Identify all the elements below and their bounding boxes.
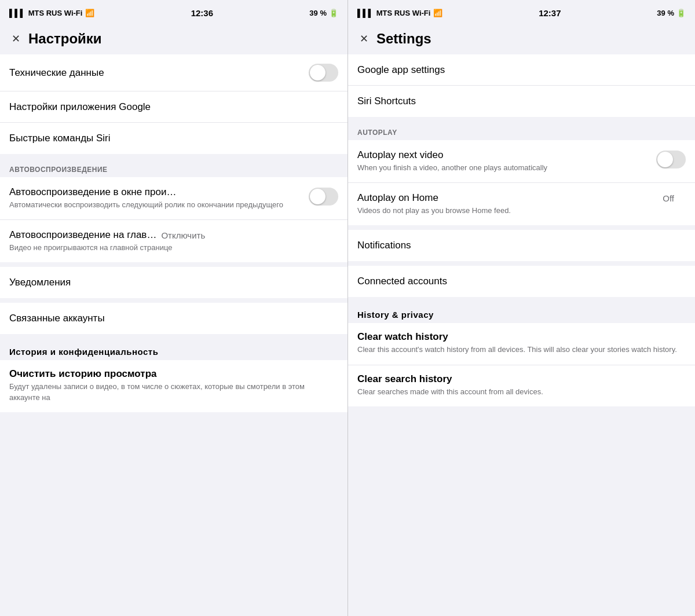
left-time: 12:36 [191, 8, 213, 18]
left-autoplay-window-item[interactable]: Автовоспроизведение в окне прои… Автомат… [0, 177, 348, 220]
left-autoplay-home-sublabel: Видео не проигрываются на главной страни… [9, 243, 331, 253]
left-connected-label: Связанные аккаунты [9, 313, 331, 324]
right-notifications-section: Notifications [348, 230, 695, 261]
left-status-right: 39 % 🔋 [309, 9, 338, 17]
right-siri-item[interactable]: Siri Shortcuts [348, 86, 695, 117]
left-tech-data-toggle[interactable] [309, 64, 338, 82]
left-clear-watch-item[interactable]: Очистить историю просмотра Будут удалены… [0, 360, 348, 412]
right-siri-label: Siri Shortcuts [357, 96, 679, 107]
left-tech-data-label: Технические данные [9, 67, 302, 79]
right-title: Settings [376, 31, 431, 47]
right-scroll-area[interactable]: Google app settings Siri Shortcuts AUTOP… [348, 54, 695, 616]
left-scroll-area[interactable]: Технические данные Настройки приложения … [0, 54, 348, 616]
left-siri-item[interactable]: Быстрые команды Siri [0, 123, 348, 154]
right-battery-text: 39 % [657, 9, 674, 17]
left-autoplay-home-item[interactable]: Автовоспроизведение на глав… Отключить В… [0, 220, 348, 262]
left-clear-watch-label: Очистить историю просмотра [9, 368, 331, 380]
right-connected-section: Connected accounts [348, 266, 695, 297]
left-status-left: ▌▌▌ MTS RUS Wi-Fi 📶 [9, 9, 94, 17]
left-status-bar: ▌▌▌ MTS RUS Wi-Fi 📶 12:36 39 % 🔋 [0, 0, 348, 25]
right-status-right: 39 % 🔋 [657, 9, 686, 17]
left-signal-icon: ▌▌▌ [9, 9, 25, 17]
left-google-app-label: Настройки приложения Google [9, 101, 331, 113]
right-clear-search-label: Clear search history [357, 373, 679, 385]
left-clear-watch-sublabel: Будут удалены записи о видео, в том числ… [9, 382, 331, 402]
left-connected-section: Связанные аккаунты [0, 303, 348, 334]
left-close-button[interactable]: ✕ [9, 30, 23, 47]
left-battery-icon: 🔋 [329, 9, 338, 17]
right-connected-item[interactable]: Connected accounts [348, 266, 695, 297]
left-header: ✕ Настройки [0, 25, 348, 54]
right-notifications-label: Notifications [357, 240, 679, 251]
right-connected-label: Connected accounts [357, 276, 679, 287]
left-carrier: MTS RUS Wi-Fi [28, 9, 83, 17]
right-autoplay-next-label: Autoplay next video [357, 149, 649, 161]
left-panel: ▌▌▌ MTS RUS Wi-Fi 📶 12:36 39 % 🔋 ✕ Настр… [0, 0, 348, 616]
left-tech-data-item[interactable]: Технические данные [0, 54, 348, 91]
right-autoplay-home-label: Autoplay on Home [357, 192, 438, 204]
left-notifications-section: Уведомления [0, 267, 348, 298]
left-battery-text: 39 % [309, 9, 327, 17]
right-status-left: ▌▌▌ MTS RUS Wi-Fi 📶 [357, 9, 442, 17]
left-google-app-item[interactable]: Настройки приложения Google [0, 91, 348, 123]
right-autoplay-home-sublabel: Videos do not play as you browse Home fe… [357, 206, 679, 216]
right-autoplay-home-item[interactable]: Autoplay on Home Off Videos do not play … [348, 183, 695, 225]
right-autoplay-next-item[interactable]: Autoplay next video When you finish a vi… [348, 140, 695, 183]
right-wifi-icon: 📶 [433, 9, 442, 17]
right-autoplay-next-sublabel: When you finish a video, another one pla… [357, 163, 649, 173]
right-carrier: MTS RUS Wi-Fi [376, 9, 431, 17]
left-autoplay-home-label: Автовоспроизведение на глав… [9, 229, 156, 241]
left-history-section: Очистить историю просмотра Будут удалены… [0, 360, 348, 412]
left-siri-label: Быстрые команды Siri [9, 133, 331, 144]
right-notifications-item[interactable]: Notifications [348, 230, 695, 261]
right-autoplay-section: Autoplay next video When you finish a vi… [348, 140, 695, 225]
right-status-bar: ▌▌▌ MTS RUS Wi-Fi 📶 12:37 39 % 🔋 [348, 0, 695, 25]
right-time: 12:37 [539, 8, 561, 18]
left-connected-item[interactable]: Связанные аккаунты [0, 303, 348, 334]
right-clear-search-item[interactable]: Clear search history Clear searches made… [348, 365, 695, 406]
left-history-header: История и конфиденциальность [0, 339, 348, 360]
right-autoplay-home-value: Off [663, 193, 674, 203]
right-autoplay-next-toggle[interactable] [656, 151, 686, 168]
left-autoplay-section: Автовоспроизведение в окне прои… Автомат… [0, 177, 348, 262]
left-autoplay-window-toggle[interactable] [309, 188, 338, 206]
right-battery-icon: 🔋 [676, 9, 686, 17]
right-history-header: History & privacy [348, 302, 695, 323]
left-notifications-item[interactable]: Уведомления [0, 267, 348, 298]
left-wifi-icon: 📶 [85, 9, 94, 17]
right-header: ✕ Settings [348, 25, 695, 54]
right-history-section: Clear watch history Clear this account's… [348, 323, 695, 406]
left-autoplay-home-value: Отключить [161, 230, 205, 240]
right-close-button[interactable]: ✕ [357, 30, 371, 47]
right-clear-watch-sublabel: Clear this account's watch history from … [357, 344, 679, 355]
right-clear-search-sublabel: Clear searches made with this account fr… [357, 387, 679, 397]
left-general-section: Технические данные Настройки приложения … [0, 54, 348, 154]
left-notifications-label: Уведомления [9, 277, 331, 288]
left-autoplay-header: АВТОВОСПРОИЗВЕДЕНИЕ [0, 159, 348, 177]
right-clear-watch-label: Clear watch history [357, 331, 679, 343]
right-clear-watch-item[interactable]: Clear watch history Clear this account's… [348, 323, 695, 365]
right-signal-icon: ▌▌▌ [357, 9, 374, 17]
left-autoplay-window-sublabel: Автоматически воспроизводить следующий р… [9, 200, 302, 210]
right-google-app-label: Google app settings [357, 64, 679, 76]
right-google-app-item[interactable]: Google app settings [348, 54, 695, 86]
right-general-section: Google app settings Siri Shortcuts [348, 54, 695, 117]
right-autoplay-header: AUTOPLAY [348, 122, 695, 140]
left-title: Настройки [28, 31, 102, 47]
left-autoplay-window-label: Автовоспроизведение в окне прои… [9, 186, 302, 198]
right-panel: ▌▌▌ MTS RUS Wi-Fi 📶 12:37 39 % 🔋 ✕ Setti… [348, 0, 695, 616]
